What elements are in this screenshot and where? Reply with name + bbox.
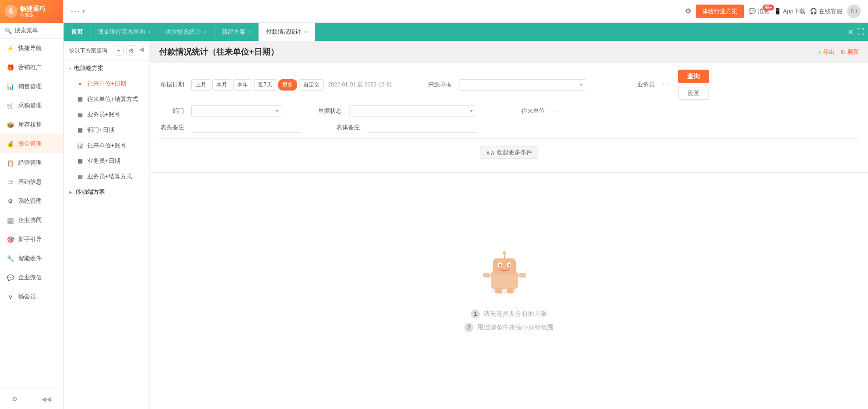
tab-bank-flow[interactable]: 现金银行流水查询 × [90, 23, 158, 41]
breadcrumb: - - - [71, 8, 80, 15]
filter-row-2: 部门 单据状态 往来单位 ··· [159, 105, 859, 116]
query-settings-col: 查询 设置 [678, 70, 709, 100]
voucher-status-select[interactable] [349, 105, 476, 116]
settings-btn[interactable]: 设置 [678, 87, 709, 100]
settings-bottom-icon[interactable]: ⚙ [9, 393, 20, 405]
scheme-panel-header: 按以下方案查询 + ⚙ ◀ [64, 41, 150, 61]
query-btn[interactable]: 查询 [678, 70, 709, 83]
sidebar-item-system[interactable]: ⚙ 系统管理 [0, 192, 63, 211]
scheme-staff-account[interactable]: ▦ 业务员+账号 [64, 107, 150, 122]
tab-receipt-stats-close[interactable]: × [204, 29, 206, 35]
date-btn-7days[interactable]: 近7天 [254, 79, 276, 91]
date-btn-this-month[interactable]: 本月 [212, 79, 231, 91]
mobile-group-label: 移动端方案 [75, 188, 105, 196]
source-voucher-select[interactable] [459, 79, 586, 91]
scheme-unit-settle-icon: ▦ [76, 96, 84, 103]
chevron-down-icon[interactable]: ▾ [82, 8, 85, 15]
sidebar-item-quick-nav[interactable]: ⚡ 快捷导航 [0, 39, 63, 58]
desktop-group-header[interactable]: ▾ 电脑端方案 [64, 61, 150, 76]
sidebar-item-purchase[interactable]: 🛒 采购管理 [0, 96, 63, 115]
scheme-unit-date-label: 往来单位+日期 [87, 80, 126, 88]
collapse-label: 收起更多条件 [497, 148, 532, 157]
date-btn-this-year[interactable]: 本年 [233, 79, 252, 91]
scheme-dept-date[interactable]: ▦ 部门+日期 [64, 122, 150, 138]
messages-btn[interactable]: 💬 消息 99+ [748, 7, 769, 15]
scheme-unit-date[interactable]: ● 往来单位+日期 [64, 76, 150, 91]
gear-icon[interactable]: ⚙ [685, 7, 691, 15]
body-note-input[interactable] [367, 122, 476, 133]
page-header-actions: ↑ 导出 ↻ 刷新 [818, 48, 859, 56]
member-icon: V [6, 293, 15, 301]
desktop-group-label: 电脑端方案 [74, 64, 104, 72]
tab-receipt-stats[interactable]: 收款情况统计 × [158, 23, 214, 41]
app-logo: 6 畅捷通巧 标准版 [0, 0, 63, 23]
tab-bank-flow-close[interactable]: × [148, 29, 150, 35]
sidebar-item-weichat[interactable]: 💬 企业微信 [0, 268, 63, 287]
search-menu[interactable]: 🔍 搜索菜单 [0, 23, 63, 39]
export-btn[interactable]: ↑ 导出 [818, 48, 835, 56]
sidebar-item-hardware[interactable]: 🔧 智能硬件 [0, 249, 63, 268]
collapse-more-btn[interactable]: ∧∧ 收起更多条件 [480, 146, 538, 159]
sidebar-bottom: ⚙ ◀◀ [0, 389, 63, 409]
sidebar-item-marketing[interactable]: 🎁 营销推广 [0, 58, 63, 77]
hint-num-2: 2 [464, 323, 474, 332]
export-label: 导出 [823, 48, 835, 56]
guide-icon: 🎯 [6, 235, 15, 243]
app-download-btn[interactable]: 📱 App下载 [774, 7, 805, 15]
desktop-group-arrow: ▾ [69, 66, 71, 71]
scheme-staff-settle[interactable]: ▦ 业务员+结算方式 [64, 169, 150, 184]
sidebar-item-operation[interactable]: 📋 经营管理 [0, 153, 63, 172]
sidebar-item-inventory[interactable]: 📦 库存核算 [0, 115, 63, 134]
tab-new-scheme[interactable]: 新建方案 × [215, 23, 259, 41]
date-btn-more[interactable]: 更多 [278, 79, 297, 91]
collapse-scheme-panel-btn[interactable]: ◀ [139, 45, 144, 56]
refresh-btn[interactable]: ↻ 刷新 [840, 48, 859, 56]
add-scheme-btn[interactable]: + [114, 45, 124, 56]
sidebar-item-guide[interactable]: 🎯 新手引导 [0, 230, 63, 249]
scheme-staff-date[interactable]: ▦ 业务员+日期 [64, 153, 150, 169]
close-all-tabs-icon[interactable]: ✕ [848, 28, 853, 36]
tab-payment-stats-close[interactable]: × [304, 29, 307, 35]
tab-payment-stats[interactable]: 付款情况统计 × [259, 23, 314, 41]
hardware-icon: 🔧 [6, 254, 15, 263]
staff-picker-btn[interactable]: ··· [662, 81, 671, 89]
sidebar-item-label: 新手引导 [18, 235, 42, 243]
scheme-unit-account-icon: 📊 [76, 142, 84, 149]
settings-scheme-btn[interactable]: ⚙ [126, 45, 136, 56]
dept-select[interactable] [191, 105, 282, 116]
partner-picker-btn[interactable]: ··· [552, 107, 561, 115]
header-note-input[interactable] [191, 122, 300, 133]
sidebar-item-enterprise[interactable]: 🏢 企业协同 [0, 211, 63, 230]
sidebar-item-basic-info[interactable]: 🗂 基础信息 [0, 172, 63, 192]
body-note-label: 表体备注 [335, 123, 360, 131]
filter-area: 单据日期 上月 本月 本年 近7天 更多 自定义 2022-01-01 至 20… [150, 63, 868, 173]
collapse-sidebar-icon[interactable]: ◀◀ [39, 393, 54, 405]
empty-hint-2: 2 用过滤条件来缩小分析范围 [464, 323, 554, 332]
tab-home[interactable]: 首页 [64, 23, 90, 41]
online-service-btn[interactable]: 🎧 在线客服 [810, 7, 843, 15]
sidebar-item-member[interactable]: V 畅会员 [0, 287, 63, 306]
dept-select-wrapper [191, 105, 282, 116]
scheme-unit-account[interactable]: 📊 往来单位+账号 [64, 138, 150, 153]
sidebar-item-sales[interactable]: 📊 销售管理 [0, 77, 63, 96]
date-btn-last-month[interactable]: 上月 [191, 79, 210, 91]
scheme-staff-date-icon: ▦ [76, 157, 84, 165]
user-avatar[interactable]: Rit [847, 5, 861, 18]
logo-text: 畅捷通巧 标准版 [20, 5, 45, 18]
empty-area: 1 请先选择要分析的方案 2 用过滤条件来缩小分析范围 [150, 173, 868, 409]
try-industry-btn[interactable]: 体验行业方案 [696, 5, 744, 18]
hint-1-text: 请先选择要分析的方案 [484, 310, 547, 318]
collapse-area: ∧∧ 收起更多条件 [159, 138, 859, 166]
scheme-unit-settle[interactable]: ▦ 往来单位+结算方式 [64, 91, 150, 107]
tab-new-scheme-close[interactable]: × [248, 29, 251, 35]
date-buttons: 上月 本月 本年 近7天 更多 自定义 2022-01-01 至 2022-12… [191, 79, 392, 91]
mobile-scheme-group[interactable]: ▶ 移动端方案 [64, 184, 150, 200]
svg-rect-7 [483, 273, 491, 278]
date-btn-custom[interactable]: 自定义 [299, 79, 324, 91]
quick-nav-icon: ⚡ [6, 44, 15, 52]
scheme-staff-settle-icon: ▦ [76, 173, 84, 180]
weichat-icon: 💬 [6, 273, 15, 282]
sidebar-item-finance[interactable]: 💰 资金管理 [0, 134, 63, 153]
svg-point-12 [503, 251, 506, 255]
maximize-icon[interactable]: ⛶ [857, 28, 864, 36]
